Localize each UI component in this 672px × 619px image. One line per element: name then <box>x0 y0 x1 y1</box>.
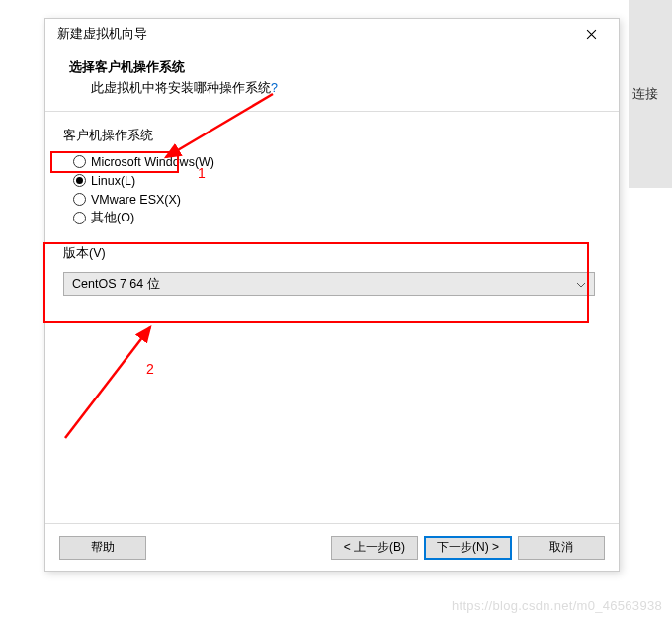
os-group-label: 客户机操作系统 <box>63 128 601 144</box>
radio-vmware-esx[interactable]: VMware ESX(X) <box>73 190 601 209</box>
radio-icon <box>73 212 86 224</box>
svg-line-1 <box>65 327 150 438</box>
back-button[interactable]: < 上一步(B) <box>331 536 418 560</box>
radio-linux[interactable]: Linux(L) <box>73 171 601 190</box>
header-title: 选择客户机操作系统 <box>69 58 595 76</box>
close-button[interactable] <box>571 21 611 46</box>
header-subtitle: 此虚拟机中将安装哪种操作系统? <box>69 80 595 97</box>
version-dropdown[interactable]: CentOS 7 64 位 <box>63 272 595 296</box>
background-panel: 连接 <box>629 0 672 188</box>
radio-label: Microsoft Windows(W) <box>91 155 214 169</box>
radio-label: Linux(L) <box>91 174 135 188</box>
next-button[interactable]: 下一步(N) > <box>424 536 512 560</box>
help-button[interactable]: 帮助 <box>59 536 146 560</box>
header-question-mark: ? <box>271 81 278 95</box>
titlebar: 新建虚拟机向导 <box>45 19 619 48</box>
annotation-arrow-2 <box>53 317 162 446</box>
header-section: 选择客户机操作系统 此虚拟机中将安装哪种操作系统? <box>45 48 619 111</box>
close-icon <box>586 29 597 40</box>
watermark: https://blog.csdn.net/m0_46563938 <box>452 598 662 613</box>
radio-icon <box>73 193 86 206</box>
radio-label: 其他(O) <box>91 210 134 226</box>
cancel-button[interactable]: 取消 <box>518 536 605 560</box>
footer-buttons: 帮助 < 上一步(B) 下一步(N) > 取消 <box>45 523 619 571</box>
content-area: 客户机操作系统 Microsoft Windows(W) Linux(L) VM… <box>45 112 619 296</box>
dialog-title: 新建虚拟机向导 <box>57 26 147 43</box>
background-label: 连接 <box>632 85 658 103</box>
radio-other[interactable]: 其他(O) <box>73 209 601 227</box>
radio-label: VMware ESX(X) <box>91 193 181 207</box>
chevron-down-icon <box>576 277 586 291</box>
header-sub-text: 此虚拟机中将安装哪种操作系统 <box>91 81 271 95</box>
version-label: 版本(V) <box>63 245 601 262</box>
wizard-dialog: 新建虚拟机向导 选择客户机操作系统 此虚拟机中将安装哪种操作系统? 客户机操作系… <box>44 18 620 572</box>
os-radio-group: Microsoft Windows(W) Linux(L) VMware ESX… <box>63 152 601 227</box>
annotation-label-2: 2 <box>146 361 154 377</box>
version-section: 版本(V) CentOS 7 64 位 <box>63 245 601 296</box>
radio-icon <box>73 174 86 187</box>
radio-windows[interactable]: Microsoft Windows(W) <box>73 152 601 171</box>
radio-icon <box>73 155 86 168</box>
dropdown-value: CentOS 7 64 位 <box>72 276 160 293</box>
